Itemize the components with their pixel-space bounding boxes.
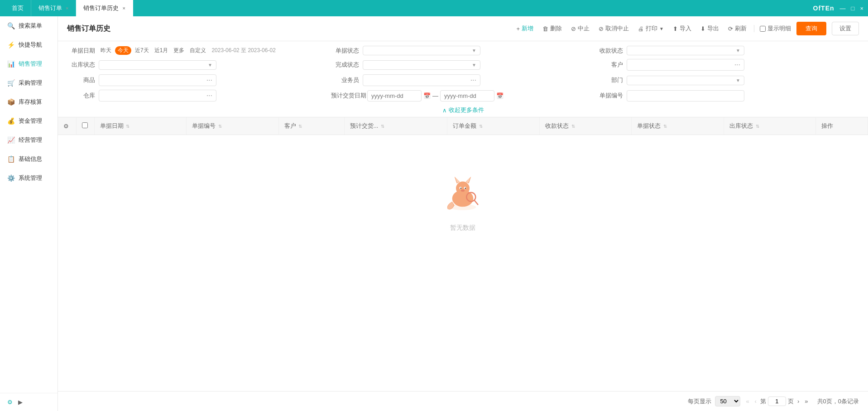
content-area: 销售订单历史 + 新增 🗑 删除 ⊘ 中止 ⊘ 取消中止	[58, 16, 868, 411]
payment-status-select[interactable]: ▼	[627, 46, 744, 55]
page-suffix: 页	[788, 397, 794, 406]
th-checkbox[interactable]	[76, 117, 94, 135]
th-bill-status-label: 单据状态	[637, 122, 661, 129]
window-close[interactable]: ×	[860, 5, 863, 12]
print-button[interactable]: 🖨 打印 ▼	[636, 24, 666, 33]
filter-cell-bill-number: 单据编号	[595, 90, 859, 102]
bill-status-arrow-icon: ▼	[472, 48, 476, 53]
next-page-button[interactable]: ›	[796, 397, 801, 406]
filter-cell-warehouse-status: 出库状态 ▼	[67, 60, 331, 70]
th-settings[interactable]: ⚙	[58, 117, 76, 135]
per-page-select[interactable]: 10 20 50 100	[715, 396, 740, 406]
table-settings-icon[interactable]: ⚙	[63, 123, 69, 130]
sidebar-item-purchase-mgmt[interactable]: 🛒 采购管理	[0, 73, 58, 92]
th-bill-number[interactable]: 单据编号 ⇅	[187, 117, 279, 135]
cancel-stop-label: 取消中止	[605, 24, 629, 33]
payment-status-arrow-icon: ▼	[736, 48, 740, 53]
customer-input[interactable]: ···	[627, 59, 744, 71]
empty-state: 暂无数据	[58, 135, 868, 268]
sidebar-settings-icon[interactable]: ⚙	[7, 399, 13, 406]
svg-point-10	[465, 188, 466, 189]
sidebar-item-search-menu[interactable]: 🔍 搜索菜单	[0, 16, 58, 35]
sidebar-expand-icon[interactable]: ▶	[18, 399, 23, 406]
date-more[interactable]: 更多	[172, 46, 186, 55]
tab-sales-order-history[interactable]: 销售订单历史 ×	[76, 0, 133, 16]
brand-label: OfTEn	[813, 5, 834, 12]
window-minimize[interactable]: —	[840, 5, 846, 12]
date-custom[interactable]: 自定义	[188, 46, 208, 55]
sidebar-item-inventory-check[interactable]: 📦 库存核算	[0, 92, 58, 111]
page-label: 第	[760, 397, 766, 406]
goods-input[interactable]: ···	[99, 74, 216, 86]
th-bill-date[interactable]: 单据日期 ⇅	[94, 117, 187, 135]
sidebar-item-sales-mgmt[interactable]: 📊 销售管理	[0, 54, 58, 73]
complete-status-select[interactable]: ▼	[363, 60, 480, 70]
expected-date-start[interactable]	[367, 90, 422, 102]
new-button[interactable]: + 新增	[515, 24, 536, 33]
prev-page-button[interactable]: ‹	[753, 397, 758, 406]
settings-button[interactable]: 设置	[832, 22, 859, 35]
stop-button[interactable]: ⊘ 中止	[569, 24, 591, 33]
first-page-button[interactable]: «	[744, 397, 751, 406]
complete-status-label: 完成状态	[331, 61, 363, 69]
filter-cell-bill-date: 单据日期 昨天 今天 近7天 近1月 更多 自定义 2023-06-02 至 2…	[67, 46, 331, 55]
sort-order-amount-icon: ⇅	[479, 124, 483, 129]
department-label: 部门	[595, 76, 627, 84]
bill-number-input[interactable]	[627, 90, 744, 102]
query-button[interactable]: 查询	[796, 22, 826, 35]
warehouse-dots-icon[interactable]: ···	[206, 92, 212, 99]
sidebar-item-finance-mgmt[interactable]: 💰 资金管理	[0, 111, 58, 131]
cancel-stop-button[interactable]: ⊘ 取消中止	[597, 24, 631, 33]
salesperson-dots-icon[interactable]: ···	[470, 77, 476, 84]
tab-sales-order[interactable]: 销售订单 ×	[31, 0, 76, 16]
sidebar-item-quick-nav[interactable]: ⚡ 快捷导航	[0, 35, 58, 54]
date-1month[interactable]: 近1月	[153, 46, 170, 55]
page-number-input[interactable]	[768, 396, 786, 406]
date-7days[interactable]: 近7天	[133, 46, 151, 55]
toolbar: + 新增 🗑 删除 ⊘ 中止 ⊘ 取消中止 🖨 打印	[515, 22, 859, 35]
salesperson-input[interactable]: ···	[363, 74, 480, 86]
window-maximize[interactable]: □	[851, 5, 855, 12]
tab-sales-order-label: 销售订单	[38, 4, 62, 12]
th-warehouse-status[interactable]: 出库状态 ⇅	[724, 117, 816, 135]
import-button[interactable]: ⬆ 导入	[671, 24, 693, 33]
tab-sales-order-history-close[interactable]: ×	[122, 5, 125, 11]
th-operations-label: 操作	[821, 122, 833, 129]
department-select[interactable]: ▼	[627, 76, 744, 85]
tab-sales-order-close[interactable]: ×	[66, 5, 68, 11]
filter-cell-department: 部门 ▼	[595, 76, 859, 85]
date-yesterday[interactable]: 昨天	[99, 46, 113, 55]
collapse-button[interactable]: ∧ 收起更多条件	[58, 103, 868, 117]
export-button[interactable]: ⬇ 导出	[699, 24, 721, 33]
customer-dots-icon[interactable]: ···	[734, 61, 740, 68]
sidebar-item-system-mgmt[interactable]: ⚙️ 系统管理	[0, 169, 58, 188]
sidebar-item-operations-mgmt[interactable]: 📈 经营管理	[0, 131, 58, 150]
export-icon: ⬇	[700, 25, 705, 32]
new-icon: +	[517, 25, 520, 32]
delete-button[interactable]: 🗑 删除	[541, 24, 564, 33]
th-payment-status[interactable]: 收款状态 ⇅	[539, 117, 632, 135]
sort-bill-number-icon: ⇅	[218, 124, 222, 129]
bill-status-select[interactable]: ▼	[363, 46, 480, 55]
th-expected-delivery[interactable]: 预计交货... ⇅	[344, 117, 447, 135]
goods-dots-icon[interactable]: ···	[206, 77, 212, 84]
filter-cell-goods: 商品 ···	[67, 74, 331, 86]
select-all-checkbox[interactable]	[82, 122, 88, 128]
warehouse-input[interactable]: ···	[99, 90, 216, 102]
sort-bill-date-icon: ⇅	[126, 124, 129, 129]
th-order-amount[interactable]: 订单金额 ⇅	[447, 117, 540, 135]
top-bar-right: OfTEn — □ ×	[813, 5, 863, 12]
refresh-button[interactable]: ⟳ 刷新	[726, 24, 748, 33]
tab-home[interactable]: 首页	[5, 0, 31, 16]
display-detail-checkbox[interactable]	[760, 26, 766, 32]
th-customer[interactable]: 客户 ⇅	[278, 117, 344, 135]
date-today[interactable]: 今天	[115, 46, 131, 55]
new-label: 新增	[522, 24, 533, 33]
expected-date-end[interactable]	[440, 90, 494, 102]
last-page-button[interactable]: »	[803, 397, 810, 406]
warehouse-status-select[interactable]: ▼	[99, 60, 216, 70]
th-bill-status[interactable]: 单据状态 ⇅	[632, 117, 724, 135]
sidebar-item-basic-info[interactable]: 📋 基础信息	[0, 150, 58, 169]
sidebar-bottom: ⚙ ▶	[0, 393, 58, 411]
sort-customer-icon: ⇅	[298, 124, 302, 129]
